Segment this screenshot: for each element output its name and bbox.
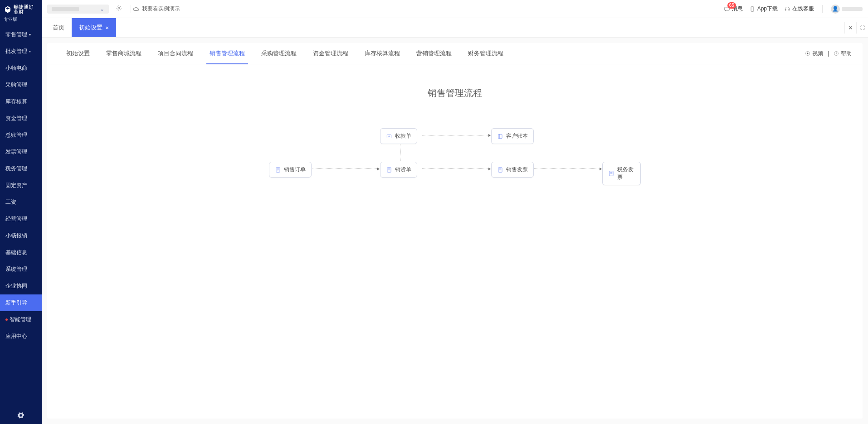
account-name-placeholder <box>52 7 79 11</box>
fullscreen-button[interactable] <box>856 22 868 34</box>
arrow <box>422 169 489 169</box>
sidebar-item[interactable]: 企业协同 <box>0 278 42 294</box>
sidebar-item[interactable]: 固定资产 <box>0 177 42 194</box>
user-avatar[interactable]: 👤 <box>831 5 863 14</box>
node-sales-invoice[interactable]: 销售发票 <box>491 162 534 178</box>
brand-name: 畅捷通好业财 <box>14 5 38 14</box>
svg-text:?: ? <box>835 52 837 55</box>
sidebar-item[interactable]: 经营管理 <box>0 211 42 227</box>
sidebar-item-label: 经营管理 <box>5 215 27 223</box>
page-tab[interactable]: 初始设置✕ <box>72 18 116 37</box>
caret-down-icon: ▾ <box>29 33 31 37</box>
sidebar-item-label: 发票管理 <box>5 148 27 156</box>
node-label: 销售订单 <box>284 166 306 173</box>
sidebar-item-label: 税务管理 <box>5 165 27 173</box>
node-sales-order[interactable]: 销售订单 <box>269 162 312 178</box>
svg-rect-2 <box>751 6 754 11</box>
node-delivery[interactable]: 销货单 <box>380 162 417 178</box>
sidebar-item[interactable]: 系统管理 <box>0 261 42 278</box>
sidebar-item-label: 批发管理 <box>5 48 27 55</box>
sidebar-item[interactable]: 小畅电商 <box>0 60 42 77</box>
messages-button[interactable]: 65 消息 <box>724 5 743 13</box>
sidebar-item[interactable]: 发票管理 <box>0 144 42 160</box>
sidebar-item[interactable]: 库存核算 <box>0 93 42 110</box>
help-icon: ? <box>834 51 839 56</box>
sidebar-item[interactable]: 采购管理 <box>0 77 42 93</box>
tab-label: 初始设置 <box>79 24 102 32</box>
settings-button[interactable] <box>115 5 122 13</box>
sidebar-item[interactable]: 工资 <box>0 194 42 211</box>
subtab[interactable]: 销售管理流程 <box>201 43 253 64</box>
node-tax-invoice[interactable]: 税务发票 <box>602 162 641 185</box>
service-label: 在线客服 <box>792 5 814 13</box>
header-right: 65 消息 App下载 在线客服 👤 <box>724 5 863 14</box>
sidebar-item-label: 采购管理 <box>5 81 27 89</box>
subtab[interactable]: 资金管理流程 <box>305 43 356 64</box>
play-icon <box>805 51 810 56</box>
sidebar-item[interactable]: 批发管理▾ <box>0 43 42 60</box>
tabs-actions: ✕ <box>844 22 868 34</box>
demo-link[interactable]: 我要看实例演示 <box>133 5 180 13</box>
sidebar-item-label: 智能管理 <box>10 316 31 323</box>
money-icon <box>386 133 392 140</box>
gear-icon <box>17 412 24 419</box>
sidebar-item-label: 总账管理 <box>5 131 27 139</box>
subtab[interactable]: 项目合同流程 <box>150 43 201 64</box>
caret-down-icon: ▾ <box>29 49 31 53</box>
account-selector[interactable]: ⌄ <box>47 5 109 14</box>
sidebar-item[interactable]: 资金管理 <box>0 110 42 127</box>
sidebar-settings-button[interactable] <box>0 408 42 424</box>
node-receipt[interactable]: 收款单 <box>380 128 417 144</box>
arrow <box>533 169 600 169</box>
chevron-down-icon: ⌄ <box>100 6 104 12</box>
sidebar-item[interactable]: 基础信息 <box>0 244 42 261</box>
subtab[interactable]: 营销管理流程 <box>408 43 460 64</box>
customer-service-button[interactable]: 在线客服 <box>784 5 814 13</box>
subtab[interactable]: 库存核算流程 <box>356 43 408 64</box>
sidebar-item[interactable]: 零售管理▾ <box>0 26 42 43</box>
svg-rect-10 <box>387 135 391 138</box>
username-placeholder <box>842 7 863 11</box>
arrow <box>400 144 400 161</box>
video-label: 视频 <box>812 50 823 58</box>
arrow <box>422 135 489 135</box>
subtab[interactable]: 财务管理流程 <box>460 43 512 64</box>
demo-label: 我要看实例演示 <box>142 5 180 13</box>
sidebar-item[interactable]: 新手引导 <box>0 294 42 311</box>
node-label: 税务发票 <box>617 166 635 181</box>
sidebar-item-label: 应用中心 <box>5 332 27 340</box>
sidebar-item-label: 库存核算 <box>5 98 27 106</box>
sidebar-item-label: 固定资产 <box>5 182 27 189</box>
sidebar-item-label: 工资 <box>5 198 16 206</box>
help-link[interactable]: ? 帮助 <box>834 50 852 58</box>
ledger-icon <box>497 133 503 140</box>
subtab[interactable]: 零售商城流程 <box>98 43 150 64</box>
close-icon[interactable]: ✕ <box>105 25 109 30</box>
sidebar-item-label: 小畅电商 <box>5 64 27 72</box>
main: ⌄ 我要看实例演示 65 消息 App下载 在线客服 <box>42 0 868 424</box>
gear-icon <box>115 5 122 12</box>
message-badge: 65 <box>727 2 736 9</box>
sidebar-item-label: 企业协同 <box>5 282 27 290</box>
sidebar-item[interactable]: 智能管理 <box>0 311 42 328</box>
subtab[interactable]: 初始设置 <box>58 43 98 64</box>
flow-diagram: 销售管理流程 销售订单 销货单 销售发票 税务发票 收款单 客户账本 <box>47 64 863 419</box>
page-tab[interactable]: 首页 <box>45 18 72 37</box>
sidebar-item[interactable]: 税务管理 <box>0 160 42 177</box>
subtabs: 初始设置零售商城流程项目合同流程销售管理流程采购管理流程资金管理流程库存核算流程… <box>47 43 863 64</box>
brand-logo: 畅捷通好业财 <box>0 0 42 16</box>
help-label: 帮助 <box>841 50 852 58</box>
subtab[interactable]: 采购管理流程 <box>253 43 305 64</box>
sidebar-item[interactable]: 总账管理 <box>0 127 42 144</box>
divider: | <box>828 50 829 57</box>
svg-point-0 <box>118 7 120 9</box>
node-customer-ledger[interactable]: 客户账本 <box>491 128 534 144</box>
node-label: 销售发票 <box>506 166 528 173</box>
sidebar-nav: 零售管理▾批发管理▾小畅电商采购管理库存核算资金管理总账管理发票管理税务管理固定… <box>0 26 42 408</box>
close-all-button[interactable]: ✕ <box>844 22 856 34</box>
app-download-button[interactable]: App下载 <box>749 5 778 13</box>
sidebar-item[interactable]: 应用中心 <box>0 328 42 345</box>
video-link[interactable]: 视频 <box>805 50 823 58</box>
headset-icon <box>784 6 790 12</box>
sidebar-item[interactable]: 小畅报销 <box>0 227 42 244</box>
